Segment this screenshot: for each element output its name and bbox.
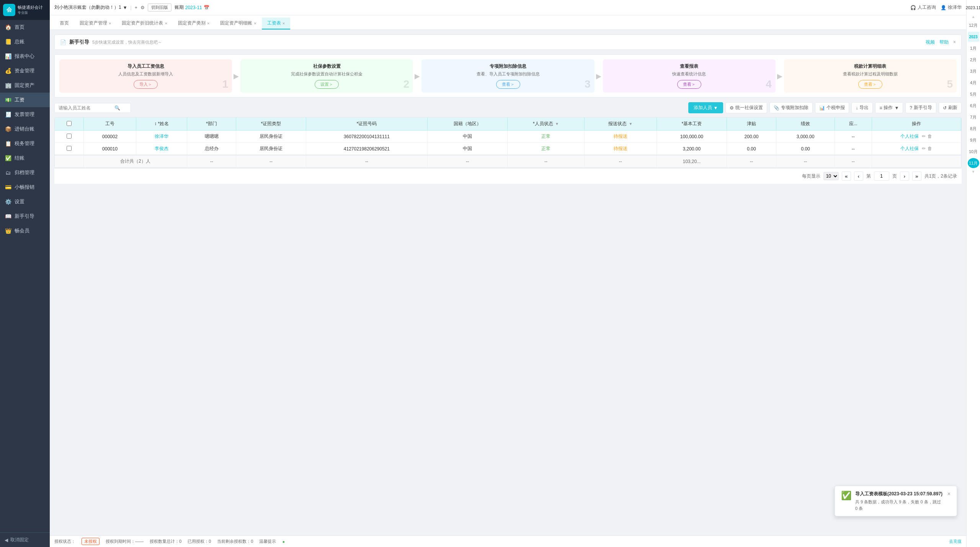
- support-button[interactable]: 🎧 人工咨询: [910, 4, 936, 11]
- row-checkbox-1[interactable]: [55, 143, 83, 155]
- right-panel-month-7[interactable]: 7月: [968, 112, 979, 122]
- row-ops-link-1[interactable]: 个人社保: [900, 146, 919, 151]
- sidebar-item-invoice[interactable]: 🧾发票管理: [0, 107, 50, 122]
- right-panel-month-8[interactable]: 8月: [968, 124, 979, 134]
- guide-help-link[interactable]: 帮助: [939, 39, 949, 46]
- next-page-button[interactable]: ›: [900, 171, 909, 181]
- year-down-arrow[interactable]: ▼: [972, 170, 975, 174]
- sidebar-item-inventory[interactable]: 📦进销台账: [0, 122, 50, 136]
- add-account-icon[interactable]: +: [135, 5, 137, 10]
- sidebar-item-payroll[interactable]: 💵工资: [0, 93, 50, 107]
- tax-report-button[interactable]: 📊 个税申报: [815, 102, 849, 113]
- sidebar-item-reports[interactable]: 📊报表中心: [0, 49, 50, 64]
- row-status-1: 正常: [508, 143, 584, 155]
- step-btn-step4[interactable]: 查看＞: [677, 80, 701, 89]
- row-edit-icon-1[interactable]: ✏: [922, 146, 926, 151]
- settings-icon[interactable]: ⚙: [140, 5, 145, 10]
- logo-text: 畅捷通好会计: [18, 5, 43, 10]
- tab-fixed-assets-detail[interactable]: 固定资产明细账 ×: [215, 18, 261, 29]
- year-up-arrow[interactable]: ▲: [972, 15, 975, 19]
- right-panel-year-label[interactable]: 2023: [968, 32, 979, 42]
- special-deduction-button[interactable]: 📎 专项附加扣除: [769, 102, 813, 113]
- sidebar-item-funds[interactable]: 💰资金管理: [0, 64, 50, 78]
- tab-fixed-assets-depreciation[interactable]: 固定资产折旧统计表 ×: [116, 18, 172, 29]
- tab-home[interactable]: 首页: [54, 18, 74, 29]
- switch-version-button[interactable]: 切到旧版: [148, 3, 172, 11]
- right-panel-month-5[interactable]: 5月: [968, 89, 979, 99]
- step-btn-step5[interactable]: 查看＞: [858, 80, 882, 89]
- select-all-checkbox[interactable]: [67, 121, 72, 126]
- sidebar-item-expense[interactable]: 💳小畅报销: [0, 180, 50, 194]
- right-panel-month-10[interactable]: 10月: [968, 147, 979, 157]
- th-report-status[interactable]: 报送状态 ▼: [584, 118, 657, 131]
- account-selector[interactable]: 刘小艳演示账套（勿删勿动！）1 ▼: [54, 4, 127, 11]
- right-panel-month-6[interactable]: 6月: [968, 101, 979, 111]
- sidebar-item-tax[interactable]: 📋税务管理: [0, 136, 50, 151]
- tab-fixed-assets-mgmt[interactable]: 固定资产管理 ×: [74, 18, 116, 29]
- right-panel-month-9[interactable]: 9月: [968, 135, 979, 145]
- operations-button[interactable]: ≡ 操作 ▼: [875, 102, 903, 113]
- sidebar-item-member[interactable]: 👑畅会员: [0, 224, 50, 238]
- right-panel-month-4[interactable]: 4月: [968, 78, 979, 88]
- calendar-icon[interactable]: 📅: [204, 5, 209, 10]
- prev-page-button[interactable]: ‹: [854, 171, 863, 181]
- step-btn-step3[interactable]: 查看＞: [496, 80, 520, 89]
- guide-button[interactable]: ? 新手引导: [905, 102, 936, 113]
- tab-close-fixed-assets-mgmt[interactable]: ×: [109, 21, 111, 26]
- sidebar-item-general-ledger[interactable]: 📒总账: [0, 34, 50, 49]
- charge-button[interactable]: 去充值: [949, 539, 962, 544]
- step-btn-step1[interactable]: 导入＞: [134, 80, 158, 89]
- per-page-select[interactable]: 10 20 50: [823, 172, 839, 180]
- right-panel-month-1[interactable]: 1月: [968, 43, 979, 53]
- row-edit-icon-0[interactable]: ✏: [922, 134, 926, 139]
- step-desc-step4: 快速查看统计信息: [672, 71, 706, 77]
- tab-payroll-table[interactable]: 工资表 ×: [262, 18, 290, 29]
- checkbox-header[interactable]: [55, 118, 83, 131]
- export-button[interactable]: ↓ 导出: [851, 102, 873, 113]
- right-panel-month-11[interactable]: 11月: [968, 158, 979, 168]
- th-status[interactable]: *人员状态 ▼: [508, 118, 584, 131]
- toast-close-button[interactable]: ×: [947, 491, 951, 497]
- row-checkbox-0[interactable]: [55, 131, 83, 143]
- step-btn-step2[interactable]: 设置＞: [315, 80, 339, 89]
- guide-close-icon[interactable]: ×: [953, 39, 956, 45]
- period-value[interactable]: 2023-11: [185, 5, 202, 10]
- sidebar-item-closing[interactable]: ✅结账: [0, 151, 50, 165]
- tab-close-fixed-assets-category[interactable]: ×: [207, 21, 209, 26]
- tab-fixed-assets-category[interactable]: 固定资产类别 ×: [173, 18, 215, 29]
- page-input[interactable]: [874, 171, 889, 181]
- row-delete-icon-1[interactable]: 🗑: [928, 146, 932, 151]
- row-delete-icon-0[interactable]: 🗑: [928, 134, 932, 139]
- step-step1: 导入员工工资信息 人员信息及工资数据新增导入 导入＞ 1: [59, 59, 232, 93]
- add-person-button[interactable]: 添加人员 ▼: [688, 102, 724, 113]
- th-name[interactable]: ↕ *姓名: [136, 118, 187, 131]
- right-panel-month-2[interactable]: 2月: [968, 55, 979, 65]
- last-page-button[interactable]: »: [912, 171, 921, 181]
- sidebar-item-fixed-assets[interactable]: 🏢固定资产: [0, 78, 50, 93]
- auth-remaining: 当前剩余授权数：0: [217, 539, 253, 544]
- cancel-fixed-button[interactable]: ◀ 取消固定: [0, 532, 50, 547]
- checkbox-0[interactable]: [67, 134, 72, 139]
- first-page-button[interactable]: «: [842, 171, 851, 181]
- user-profile[interactable]: 👤 徐泽华: [941, 4, 962, 11]
- tab-label-fixed-assets-mgmt: 固定资产管理: [80, 20, 107, 26]
- tab-label-payroll-table: 工资表: [267, 20, 281, 26]
- tab-close-fixed-assets-depreciation[interactable]: ×: [165, 21, 167, 26]
- guide-video-link[interactable]: 视频: [926, 39, 935, 46]
- tab-close-fixed-assets-detail[interactable]: ×: [254, 21, 256, 26]
- checkbox-1[interactable]: [67, 146, 72, 151]
- sidebar-item-home[interactable]: 🏠首页: [0, 20, 50, 34]
- sidebar-item-settings[interactable]: ⚙️设置: [0, 194, 50, 209]
- row-name-1[interactable]: 李俊杰: [136, 143, 187, 155]
- tab-close-payroll-table[interactable]: ×: [283, 21, 285, 26]
- right-panel-month-12[interactable]: 12月: [968, 20, 979, 30]
- search-input[interactable]: [59, 105, 112, 111]
- step-desc-step1: 人员信息及工资数据新增导入: [118, 71, 173, 77]
- row-name-0[interactable]: 徐泽华: [136, 131, 187, 143]
- sidebar-item-guide[interactable]: 📖新手引导: [0, 209, 50, 224]
- sidebar-item-archive[interactable]: 🗂归档管理: [0, 165, 50, 180]
- social-insurance-button[interactable]: ⚙ 统一社保设置: [725, 102, 767, 113]
- refresh-button[interactable]: ↺ 刷新: [939, 102, 962, 113]
- row-ops-link-0[interactable]: 个人社保: [900, 134, 919, 139]
- right-panel-month-3[interactable]: 3月: [968, 66, 979, 76]
